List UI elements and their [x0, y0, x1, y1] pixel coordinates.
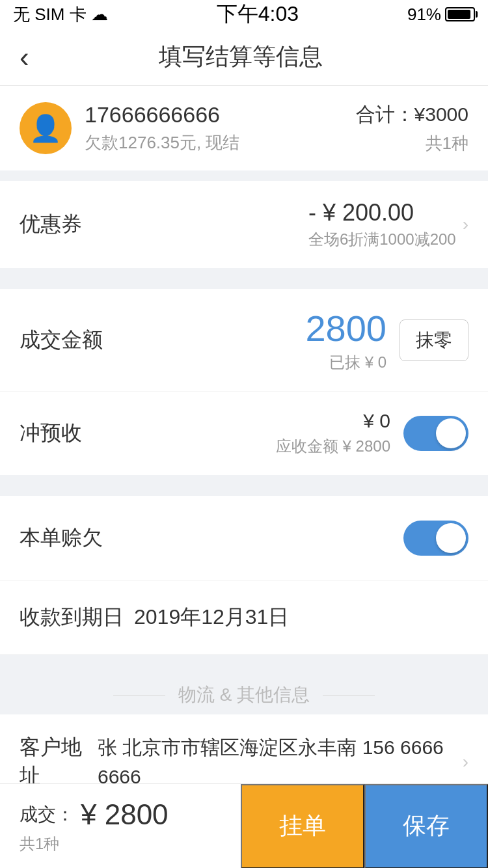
status-bar: 无 SIM 卡 ☁ 下午4:03 91%	[0, 0, 488, 29]
avatar: 👤	[20, 102, 72, 154]
customer-right: 合计：¥3000 共1种	[356, 102, 468, 155]
customer-debt: 欠款1276.35元, 现结	[85, 131, 239, 154]
deal-label: 成交金额	[20, 326, 103, 355]
section-divider-1	[0, 278, 488, 289]
logistics-line-left	[113, 695, 165, 696]
logistics-line-right	[323, 695, 375, 696]
status-left: 无 SIM 卡 ☁	[13, 3, 108, 26]
coupon-row[interactable]: 优惠券 - ¥ 200.00 全场6折满1000减200 ›	[0, 181, 488, 268]
customer-card: 👤 17666666666 欠款1276.35元, 现结 合计：¥3000 共1…	[0, 86, 488, 170]
customer-info: 17666666666 欠款1276.35元, 现结	[85, 102, 239, 154]
bottom-count: 共1种	[20, 834, 221, 854]
total-amount: 合计：¥3000	[356, 102, 468, 128]
due-date-label: 收款到期日	[20, 603, 124, 632]
address-chevron-icon: ›	[463, 752, 468, 772]
total-count: 共1种	[356, 132, 468, 155]
chong-toggle[interactable]	[403, 416, 468, 451]
chengjiao-label: 成交：	[20, 802, 74, 827]
coupon-description: 全场6折满1000减200	[308, 229, 456, 250]
due-date-row: 收款到期日 2019年12月31日	[0, 580, 488, 655]
deal-value: 2800	[305, 307, 386, 349]
coupon-right: - ¥ 200.00 全场6折满1000减200 ›	[308, 199, 468, 250]
bottom-summary: 成交： ¥ 2800 共1种	[0, 798, 241, 854]
section-divider-3	[0, 655, 488, 665]
logistics-text: 物流 & 其他信息	[113, 683, 375, 707]
benyue-label: 本单赊欠	[20, 524, 103, 552]
baocun-button[interactable]: 保存	[364, 784, 488, 869]
coupon-chevron-icon: ›	[463, 214, 468, 235]
bottom-bar: 成交： ¥ 2800 共1种 挂单 保存	[0, 783, 488, 868]
sim-status: 无 SIM 卡 ☁	[13, 3, 108, 26]
toggle-knob	[436, 418, 466, 448]
deal-right: 2800 已抹 ¥ 0 抹零	[305, 307, 468, 373]
chong-yushou-row: 冲预收 ¥ 0 应收金额 ¥ 2800	[0, 392, 488, 475]
chong-amount: ¥ 0	[363, 410, 390, 432]
round-zero-button[interactable]: 抹零	[400, 319, 468, 361]
battery-percent: 91%	[407, 5, 441, 25]
logistics-section-header: 物流 & 其他信息	[0, 675, 488, 714]
back-button[interactable]: ‹	[20, 41, 29, 74]
deal-amount-row: 成交金额 2800 已抹 ¥ 0 抹零	[0, 289, 488, 392]
coupon-discount: - ¥ 200.00	[308, 199, 456, 226]
battery-icon	[445, 7, 475, 21]
benyue-toggle[interactable]	[403, 521, 468, 556]
customer-phone: 17666666666	[85, 102, 239, 128]
status-right: 91%	[407, 5, 475, 25]
customer-left: 👤 17666666666 欠款1276.35元, 现结	[20, 102, 239, 154]
logistics-label: 物流 & 其他信息	[178, 683, 310, 707]
nav-title: 填写结算等信息	[42, 41, 440, 73]
bottom-amount: ¥ 2800	[81, 798, 169, 831]
benyue-row: 本单赊欠	[0, 496, 488, 580]
content: 👤 17666666666 欠款1276.35元, 现结 合计：¥3000 共1…	[0, 86, 488, 868]
nav-bar: ‹ 填写结算等信息	[0, 29, 488, 86]
section-divider-2	[0, 475, 488, 485]
bottom-chengjiao: 成交： ¥ 2800	[20, 798, 221, 831]
guadan-button[interactable]: 挂单	[241, 784, 364, 869]
chong-yingshou: 应收金额 ¥ 2800	[276, 436, 390, 457]
chong-label: 冲预收	[20, 419, 82, 448]
address-label: 客户地址	[20, 733, 98, 791]
address-value: 张 北京市市辖区海淀区永丰南 156 6666 6666	[98, 733, 463, 791]
chong-right: ¥ 0 应收金额 ¥ 2800	[276, 410, 390, 457]
already-deducted: 已抹 ¥ 0	[305, 352, 386, 373]
due-date-value: 2019年12月31日	[134, 603, 289, 632]
benyue-toggle-knob	[436, 523, 466, 553]
status-time: 下午4:03	[217, 0, 299, 29]
coupon-label: 优惠券	[20, 210, 82, 239]
